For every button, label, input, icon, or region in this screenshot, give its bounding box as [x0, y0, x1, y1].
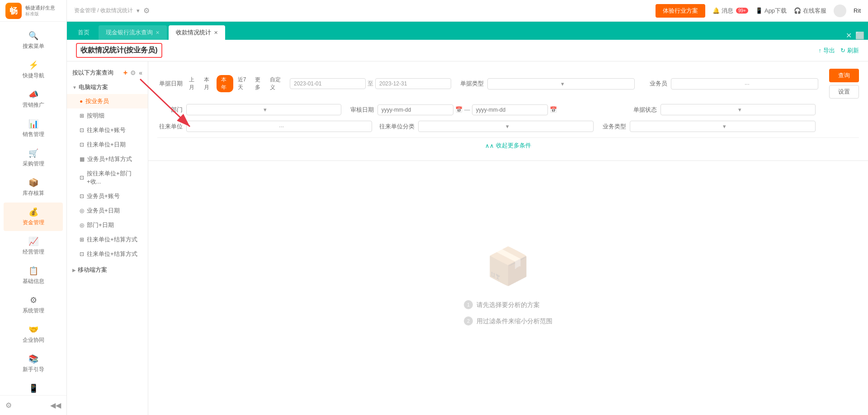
step1-text: 请先选择要分析的方案 [476, 298, 540, 311]
sidebar-item-sales[interactable]: 📊 销售管理 [4, 114, 63, 143]
tree-item-by-salesperson[interactable]: ● 按业务员 [67, 94, 148, 108]
demo-button[interactable]: 体验行业方案 [656, 4, 705, 18]
tab-home[interactable]: 首页 [71, 25, 97, 40]
filter-counterpart-class-dropdown[interactable]: ▾ [418, 121, 594, 132]
sidebar-item-inventory[interactable]: 📦 库存核算 [4, 173, 63, 202]
audit-date-to-input[interactable] [472, 104, 548, 115]
tree-item-unit-dept[interactable]: ⊡ 按往来单位+部门+收... [67, 166, 148, 189]
tree-group-mobile-header[interactable]: ▶ 移动端方案 [67, 263, 148, 277]
guide-icon: 📚 [28, 354, 38, 364]
tab-receipt-stats-close[interactable]: ✕ [214, 30, 218, 36]
settings-bottom-icon[interactable]: ⚙ [5, 401, 12, 410]
empty-step-1: 1 请先选择要分析的方案 [464, 298, 552, 311]
panel-settings-icon[interactable]: ⚙ [130, 69, 136, 76]
date-shortcut-7days[interactable]: 近7天 [235, 75, 250, 92]
filter-salesperson-dropdown[interactable]: ··· [671, 78, 818, 90]
empty-illustration: 📦 [486, 245, 531, 288]
sidebar-item-finance[interactable]: 💰 资金管理 [4, 203, 63, 231]
sidebar-item-shortcut[interactable]: ⚡ 快捷导航 [4, 56, 63, 84]
counterpart-more-icon[interactable]: ··· [279, 123, 368, 130]
sidebar-item-purchase[interactable]: 🛒 采购管理 [4, 144, 63, 172]
breadcrumb: 资金管理 / 收款情况统计 [74, 7, 133, 14]
topbar-gear-icon[interactable]: ⚙ [143, 6, 150, 15]
topbar-right: 体验行业方案 🔔 消息 99+ 📱 App下载 🎧 在线客服 Rit [656, 4, 861, 18]
date-shortcut-custom[interactable]: 自定义 [267, 75, 284, 92]
tree-item-unit-account-label: 往来单位+账号 [87, 126, 126, 134]
export-button[interactable]: ↑ 导出 [819, 47, 835, 55]
tree-item-unit-settle1[interactable]: ⊞ 往来单位+结算方式 [67, 232, 148, 247]
tree-mobile-expand-icon: ▶ [72, 268, 76, 273]
edition-tag: 标准版 [25, 11, 55, 17]
biz-type-dropdown-arrow: ▾ [723, 123, 811, 130]
date-shortcut-this-year[interactable]: 本年 [217, 75, 233, 92]
filter-dept-label: 部门 [157, 106, 183, 114]
sidebar-nav: 🔍 搜索菜单 ⚡ 快捷导航 📣 营销推广 📊 销售管理 🛒 采购管理 📦 [0, 22, 66, 395]
filter-row-3: 往来单位 ··· 往来单位分类 ▾ [157, 121, 859, 132]
tree-item-dept-date[interactable]: ◎ 部门+日期 [67, 218, 148, 232]
sidebar: 畅 畅捷通好生意 标准版 🔍 搜索菜单 ⚡ 快捷导航 📣 营销推广 📊 销售管理 [0, 0, 67, 415]
notification-action[interactable]: 🔔 消息 99+ [712, 7, 748, 15]
panel-add-icon[interactable]: + [123, 69, 127, 77]
date-from-input[interactable] [290, 78, 366, 89]
collab-icon: 🤝 [28, 325, 38, 335]
tree-group-desktop-header[interactable]: ▼ 电脑端方案 [67, 80, 148, 94]
salesperson-date-icon: ◎ [80, 208, 84, 214]
tree-item-detail[interactable]: ⊞ 按明细 [67, 108, 148, 123]
tree-item-salesperson-date-label: 业务员+日期 [87, 207, 120, 215]
sidebar-item-operation[interactable]: 📈 经营管理 [4, 232, 63, 260]
date-shortcut-more[interactable]: 更多 [252, 75, 265, 92]
sidebar-item-basics[interactable]: 📋 基础信息 [4, 261, 63, 290]
filter-doc-status-dropdown[interactable]: ▾ [660, 104, 816, 115]
collapse-button[interactable]: ∧∧ 收起更多条件 [481, 138, 535, 153]
tree-item-unit-settle2[interactable]: ⊡ 往来单位+结算方式 [67, 247, 148, 261]
query-button[interactable]: 查询 [829, 69, 859, 82]
sidebar-item-guide[interactable]: 📚 新手引导 [4, 349, 63, 378]
refresh-button[interactable]: ↻ 刷新 [840, 47, 859, 55]
collapse-sidebar-icon[interactable]: ◀◀ [50, 401, 61, 410]
download-action[interactable]: 📱 App下载 [755, 7, 787, 15]
panel-collapse-icon[interactable]: « [139, 69, 142, 76]
tree-item-salesperson-account[interactable]: ⊡ 业务员+账号 [67, 189, 148, 203]
user-avatar[interactable] [834, 5, 846, 17]
sidebar-logo: 畅 畅捷通好生意 标准版 [0, 0, 66, 22]
calendar-from-icon[interactable]: 📅 [455, 106, 462, 113]
sidebar-item-shortcut-label: 快捷导航 [23, 72, 44, 80]
doc-status-dropdown-arrow: ▾ [738, 106, 811, 113]
service-action[interactable]: 🎧 在线客服 [794, 7, 826, 15]
audit-date-from-input[interactable] [377, 104, 453, 115]
topbar: 资金管理 / 收款情况统计 ▾ ⚙ 体验行业方案 🔔 消息 99+ 📱 App下… [67, 0, 868, 22]
tree-item-unit-date[interactable]: ⊡ 往来单位+日期 [67, 137, 148, 152]
tree-item-unit-date-label: 往来单位+日期 [87, 141, 126, 149]
sidebar-item-hardware[interactable]: 📱 智能硬件 [4, 379, 63, 395]
filter-biz-type-item: 业务类型 ▾ [601, 121, 816, 132]
tree-item-unit-dept-label: 按往来单位+部门+收... [87, 170, 142, 186]
tree-item-salesperson-date[interactable]: ◎ 业务员+日期 [67, 203, 148, 218]
sidebar-item-system[interactable]: ⚙ 系统管理 [4, 291, 63, 319]
calendar-to-icon[interactable]: 📅 [550, 106, 557, 113]
tree-item-salesperson-settle[interactable]: ▦ 业务员+结算方式 [67, 152, 148, 166]
tab-receipt-stats[interactable]: 收款情况统计 ✕ [169, 25, 225, 40]
notification-icon: 🔔 [712, 7, 720, 14]
tab-bank-flow[interactable]: 现金银行流水查询 ✕ [99, 25, 167, 40]
filter-settings-button[interactable]: 设置 [829, 85, 859, 99]
tab-close-window-icon[interactable]: ✕ [846, 31, 852, 40]
step2-text: 用过滤条件来缩小分析范围 [476, 315, 552, 327]
filter-counterpart-dropdown[interactable]: ··· [186, 121, 372, 132]
empty-state: 📦 1 请先选择要分析的方案 2 用过滤条件来缩小分析范围 [148, 161, 868, 415]
date-shortcut-last-month[interactable]: 上月 [186, 75, 199, 92]
tree-item-unit-account[interactable]: ⊡ 往来单位+账号 [67, 123, 148, 137]
salesperson-more-icon[interactable]: ··· [745, 80, 814, 87]
filter-biz-type-dropdown[interactable]: ▾ [630, 121, 816, 132]
marketing-icon: 📣 [28, 90, 38, 99]
date-shortcut-this-month[interactable]: 本月 [201, 75, 214, 92]
filter-biz-type-label: 业务类型 [601, 123, 626, 131]
sidebar-item-search[interactable]: 🔍 搜索菜单 [4, 26, 63, 55]
tab-bank-flow-close[interactable]: ✕ [156, 30, 160, 36]
tab-maximize-icon[interactable]: ⬜ [855, 31, 864, 40]
filter-doctype-dropdown[interactable]: ▾ [487, 78, 635, 90]
sidebar-item-marketing[interactable]: 📣 营销推广 [4, 85, 63, 113]
filter-dept-dropdown[interactable]: ▾ [186, 104, 341, 115]
date-to-input[interactable] [375, 78, 451, 89]
sidebar-item-collab[interactable]: 🤝 企业协同 [4, 320, 63, 349]
breadcrumb-dropdown-icon[interactable]: ▾ [137, 7, 140, 14]
